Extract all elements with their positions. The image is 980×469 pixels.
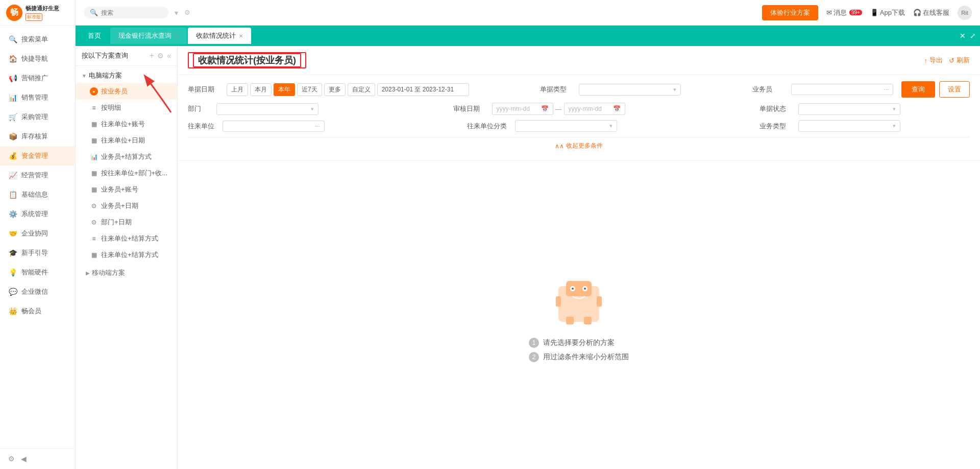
- tab-bank-flow[interactable]: 现金银行流水查询 ✕: [110, 28, 187, 44]
- business-type-select[interactable]: ▾: [798, 120, 900, 132]
- plan-item-by-salesperson[interactable]: ● 按业务员: [76, 83, 177, 100]
- salesperson-select[interactable]: ···: [791, 84, 893, 95]
- user-avatar[interactable]: Rit: [958, 6, 972, 20]
- settings-bottom-icon[interactable]: ⚙: [8, 455, 15, 463]
- review-date-to[interactable]: yyyy-mm-dd 📅: [564, 103, 625, 115]
- sidebar-item-operation[interactable]: 📈 经营管理: [0, 166, 75, 185]
- topbar-settings-icon[interactable]: ⚙: [184, 9, 190, 16]
- business-type-dropdown-icon: ▾: [893, 123, 896, 129]
- app-download-btn[interactable]: 📱 App下载: [870, 8, 905, 17]
- plan-item-counterpart-dept[interactable]: ▦ 按往来单位+部门+收...: [76, 165, 177, 181]
- dept-select[interactable]: ▾: [216, 103, 318, 115]
- date-btn-this-year[interactable]: 本年: [274, 83, 295, 96]
- sidebar-nav: 🔍 搜索菜单 🏠 快捷导航 📢 营销推广 📊 销售管理 🛒 采购管理 📦 库存核…: [0, 26, 75, 448]
- trial-button[interactable]: 体验行业方案: [762, 5, 818, 20]
- sidebar-item-search-menu[interactable]: 🔍 搜索菜单: [0, 30, 75, 49]
- date-btn-more[interactable]: 更多: [324, 83, 346, 96]
- counterpart-category-select[interactable]: ▾: [515, 120, 617, 132]
- sales-icon: 📊: [8, 93, 17, 102]
- sidebar-item-sales[interactable]: 📊 销售管理: [0, 88, 75, 107]
- sidebar-item-smart-hw[interactable]: 💡 智能硬件: [0, 263, 75, 282]
- collapse-sidebar-icon[interactable]: ◀: [21, 455, 27, 463]
- plan-item-dept-date[interactable]: ⊙ 部门+日期: [76, 214, 177, 230]
- date-btn-last-month[interactable]: 上月: [227, 83, 248, 96]
- salesperson-date-icon: ⊙: [90, 202, 98, 210]
- inventory-icon: 📦: [8, 132, 17, 141]
- counterpart-select[interactable]: ···: [223, 121, 325, 132]
- svg-point-5: [584, 288, 586, 290]
- sidebar-item-fund[interactable]: 💰 资金管理: [0, 146, 75, 166]
- expand-window-icon[interactable]: ⤢: [970, 32, 976, 40]
- mobile-group-header[interactable]: ▶ 移动端方案: [76, 265, 177, 280]
- topbar-search-box[interactable]: 🔍: [84, 7, 168, 18]
- plan-settings-icon[interactable]: ⚙: [157, 52, 164, 60]
- close-window-icon[interactable]: ✕: [960, 32, 966, 40]
- tab-collection-stat[interactable]: 收款情况统计 ✕: [188, 28, 251, 44]
- topbar-dropdown-icon[interactable]: ▾: [175, 9, 178, 17]
- topbar-search-icon: 🔍: [90, 9, 98, 16]
- tab-bank-flow-close[interactable]: ✕: [175, 33, 179, 39]
- empty-state: 1 请先选择要分析的方案 2 用过滤条件来缩小分析范围: [178, 161, 980, 469]
- add-plan-icon[interactable]: +: [150, 51, 154, 60]
- plan-item-counterpart-settlement2[interactable]: ▦ 往来单位+结算方式: [76, 247, 177, 263]
- sidebar-item-purchase[interactable]: 🛒 采购管理: [0, 107, 75, 127]
- plan-item-salesperson-date[interactable]: ⊙ 业务员+日期: [76, 198, 177, 214]
- fund-icon: 💰: [8, 151, 17, 160]
- sidebar-item-basic[interactable]: 📋 基础信息: [0, 185, 75, 204]
- topbar-search-input[interactable]: [101, 9, 162, 16]
- counterpart-category-label: 往来单位分类: [467, 122, 507, 131]
- salesperson-item-icon: ●: [90, 87, 98, 96]
- tab-collection-stat-close[interactable]: ✕: [239, 33, 243, 39]
- review-date-from[interactable]: yyyy-mm-dd 📅: [492, 103, 553, 115]
- plan-item-salesperson-account[interactable]: ▦ 业务员+账号: [76, 181, 177, 198]
- query-button[interactable]: 查询: [901, 81, 935, 98]
- refresh-button[interactable]: ↺ 刷新: [949, 56, 970, 65]
- sidebar: 畅 畅捷通好生意 标准版 🔍 搜索菜单 🏠 快捷导航 📢 营销推广 📊 销售管理…: [0, 0, 76, 469]
- export-button[interactable]: ↑ 导出: [924, 56, 943, 65]
- sidebar-item-system[interactable]: ⚙️ 系统管理: [0, 204, 75, 224]
- sidebar-item-wechat[interactable]: 💬 企业微信: [0, 282, 75, 301]
- settings-button[interactable]: 设置: [939, 81, 970, 98]
- collapse-panel-icon[interactable]: «: [167, 52, 171, 60]
- counterpart-more-icon[interactable]: ···: [315, 123, 320, 129]
- plan-item-salesperson-settlement[interactable]: 📊 业务员+结算方式: [76, 149, 177, 165]
- salesperson-more-icon[interactable]: ···: [884, 86, 889, 92]
- date-btn-custom[interactable]: 自定义: [348, 83, 375, 96]
- plan-item-counterpart-date[interactable]: ▦ 往来单位+日期: [76, 132, 177, 149]
- sidebar-item-member[interactable]: 👑 畅会员: [0, 301, 75, 321]
- date-btn-7days[interactable]: 近7天: [297, 83, 322, 96]
- doc-type-label: 单据类型: [540, 85, 571, 94]
- collapse-label: 收起更多条件: [566, 142, 603, 150]
- desktop-group-header[interactable]: ▼ 电脑端方案: [76, 68, 177, 83]
- sidebar-item-enterprise[interactable]: 🤝 企业协同: [0, 224, 75, 243]
- plan-item-by-detail[interactable]: ≡ 按明细: [76, 100, 177, 116]
- doc-type-select[interactable]: ▾: [579, 84, 681, 96]
- counterpart-settlement2-icon: ▦: [90, 251, 98, 259]
- sidebar-item-quick-nav[interactable]: 🏠 快捷导航: [0, 49, 75, 68]
- online-service-btn[interactable]: 🎧 在线客服: [913, 8, 949, 17]
- salesperson-label: 业务员: [752, 85, 783, 94]
- sidebar-item-guide[interactable]: 🎓 新手引导: [0, 243, 75, 263]
- plan-item-counterpart-settlement1[interactable]: ≡ 往来单位+结算方式: [76, 230, 177, 247]
- empty-tip-2: 2 用过滤条件来缩小分析范围: [529, 352, 629, 362]
- plan-item-counterpart-account[interactable]: ▦ 往来单位+账号: [76, 116, 177, 132]
- messages-btn[interactable]: ✉ 消息 99+: [826, 8, 862, 17]
- main-area: 🔍 ▾ ⚙ 体验行业方案 ✉ 消息 99+ 📱 App下载 🎧: [76, 0, 980, 469]
- date-btn-this-month[interactable]: 本月: [250, 83, 272, 96]
- counterpart-label: 往来单位: [188, 122, 214, 131]
- guide-icon: 🎓: [8, 248, 17, 257]
- page-title-box: 收款情况统计(按业务员): [188, 52, 306, 68]
- tab-home[interactable]: 首页: [80, 28, 109, 44]
- svg-rect-6: [556, 296, 561, 307]
- operation-icon: 📈: [8, 171, 17, 180]
- doc-status-select[interactable]: ▾: [798, 103, 900, 115]
- mobile-group-arrow: ▶: [86, 270, 90, 276]
- smart-hw-icon: 💡: [8, 268, 17, 277]
- system-icon: ⚙️: [8, 209, 17, 219]
- tabbar: 首页 现金银行流水查询 ✕ 收款情况统计 ✕ ✕ ⤢: [76, 26, 980, 46]
- collapse-bar[interactable]: ∧∧ 收起更多条件: [188, 137, 970, 154]
- sidebar-item-marketing[interactable]: 📢 营销推广: [0, 68, 75, 88]
- sidebar-item-inventory[interactable]: 📦 库存核算: [0, 127, 75, 146]
- quick-nav-icon: 🏠: [8, 54, 17, 63]
- calendar-from-icon: 📅: [541, 105, 549, 112]
